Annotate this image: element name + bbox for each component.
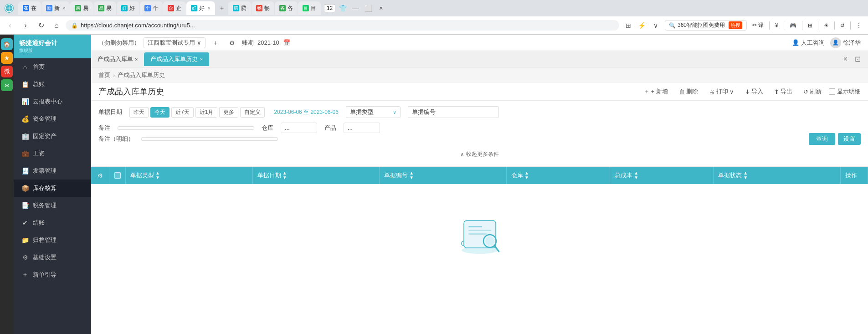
import-button[interactable]: ⬇ 导入 xyxy=(741,86,767,98)
refresh-button[interactable]: ↺ 刷新 xyxy=(800,86,825,98)
user-service-button[interactable]: 👤 人工咨询 xyxy=(792,39,825,47)
th-num[interactable]: 单据编号 ▲▼ xyxy=(380,167,507,184)
tab-list[interactable]: 产成品入库单 × xyxy=(91,52,144,66)
tab-list-close[interactable]: × xyxy=(135,57,138,62)
browser-tab-2[interactable]: 新 新 × xyxy=(41,1,70,15)
sidebar-item-reports[interactable]: 📊 云报表中心 xyxy=(14,93,91,110)
browser-tab-3[interactable]: 易 易 xyxy=(70,1,93,15)
settings-button[interactable]: 设置 xyxy=(838,133,861,145)
sidebar-item-payroll[interactable]: 💼 工资 xyxy=(14,145,91,162)
calendar-icon[interactable]: 📅 xyxy=(283,39,290,46)
query-button[interactable]: 查询 xyxy=(809,133,835,145)
username: 徐泽华 xyxy=(843,39,861,47)
th-checkbox[interactable] xyxy=(109,167,126,184)
sidebar-item-inventory[interactable]: 📦 库存核算 xyxy=(14,180,91,197)
tab-history-close[interactable]: × xyxy=(200,57,202,62)
warehouse-select[interactable]: ... xyxy=(281,123,317,133)
company-settings-icon[interactable]: ⚙ xyxy=(226,36,238,49)
export-icon: ⬆ xyxy=(774,88,779,95)
user-avatar[interactable]: 👤 徐泽华 xyxy=(830,37,861,48)
more-tool[interactable]: ⋮ xyxy=(853,21,864,30)
browser-tab-4[interactable]: 易 易 xyxy=(93,1,116,15)
forward-button[interactable]: › xyxy=(19,19,32,32)
date-btn-custom[interactable]: 自定义 xyxy=(240,107,265,118)
sidebar-item-settings[interactable]: ⚙ 基础设置 xyxy=(14,249,91,266)
show-detail-checkbox[interactable] xyxy=(829,88,835,95)
print-button[interactable]: 🖨 打印 ∨ xyxy=(705,86,738,98)
app-icon-mail[interactable]: ✉ xyxy=(1,79,13,91)
home-button[interactable]: ⌂ xyxy=(50,19,63,32)
collapse-button[interactable]: ∧ 收起更多条件 xyxy=(460,148,499,161)
export-button[interactable]: ⬆ 导出 xyxy=(770,86,796,98)
tab-count[interactable]: 12 xyxy=(324,4,335,12)
grid-tool[interactable]: ⊞ xyxy=(805,21,815,30)
browser-tab-12[interactable]: 目 目 xyxy=(298,1,321,15)
date-btn-today[interactable]: 今天 xyxy=(150,107,169,118)
th-type[interactable]: 单据类型 ▲▼ xyxy=(126,167,253,184)
date-btn-7days[interactable]: 近7天 xyxy=(171,107,194,118)
minimize-button[interactable]: — xyxy=(349,2,362,15)
game-tool[interactable]: 🎮 xyxy=(787,21,799,30)
browser-tab-8[interactable]: 好 好 × xyxy=(186,1,215,15)
sidebar-item-checkout[interactable]: ✔ 结账 xyxy=(14,214,91,231)
header-checkbox[interactable] xyxy=(114,172,121,179)
panel-close-button[interactable]: × xyxy=(840,55,851,63)
app-icon-weibo[interactable]: 微 xyxy=(1,66,13,77)
sidebar-item-ledger[interactable]: 📋 总账 xyxy=(14,76,91,93)
detail-remark-input[interactable] xyxy=(141,137,278,141)
remark-input[interactable] xyxy=(118,126,254,130)
th-date[interactable]: 单据日期 ▲▼ xyxy=(253,167,380,184)
address-input[interactable]: 🔒 https://cloud.chanjet.com/accounting/u… xyxy=(66,20,619,31)
sidebar-item-archive[interactable]: 📁 归档管理 xyxy=(14,231,91,249)
th-status-label: 单据状态 xyxy=(718,171,742,180)
app-icon-star[interactable]: ★ xyxy=(1,52,13,64)
app-icon-home[interactable]: 🏠 xyxy=(1,38,13,50)
sidebar-item-funds[interactable]: 💰 资金管理 xyxy=(14,110,91,128)
chevron-down-icon[interactable]: ∨ xyxy=(649,19,662,32)
panel-expand-button[interactable]: ⊡ xyxy=(851,55,864,63)
tab-history[interactable]: 产成品入库单历史 × xyxy=(144,52,209,66)
refresh-button[interactable]: ↻ xyxy=(35,19,47,32)
browser-tab-6[interactable]: 个 个 xyxy=(140,1,163,15)
browser-tab-9[interactable]: 腾 腾 xyxy=(228,1,251,15)
new-button[interactable]: ＋ + 新增 xyxy=(640,86,672,98)
sidebar-item-new[interactable]: ＋ 新单引导 xyxy=(14,266,91,283)
lightning-icon[interactable]: ⚡ xyxy=(636,19,648,32)
type-select[interactable]: 单据类型 ∨ xyxy=(346,106,401,118)
new-tab-button[interactable]: ＋ xyxy=(216,2,228,15)
th-settings[interactable]: ⚙ xyxy=(91,167,109,184)
refresh-tool[interactable]: ↺ xyxy=(837,21,847,30)
close-button[interactable]: × xyxy=(375,2,387,15)
back-button[interactable]: ‹ xyxy=(4,19,16,32)
hot-tag: 热搜 xyxy=(729,21,742,29)
date-btn-1month[interactable]: 近1月 xyxy=(195,107,218,118)
yuan-tool[interactable]: ¥ xyxy=(772,21,781,30)
browser-tab-11[interactable]: 各 各 xyxy=(275,1,298,15)
sidebar-item-tax[interactable]: 📑 税务管理 xyxy=(14,197,91,214)
product-select[interactable]: ... xyxy=(344,123,380,133)
breadcrumb-home[interactable]: 首页 xyxy=(98,71,110,79)
browser-tab-1[interactable]: 在 在 xyxy=(18,1,41,15)
date-btn-yesterday[interactable]: 昨天 xyxy=(129,107,149,118)
browser-tab-7[interactable]: 企 企 xyxy=(163,1,186,15)
search-bar-360[interactable]: 🔍 360智能抠图免费用 热搜 xyxy=(665,20,747,31)
browser-tab-10[interactable]: 畅 畅 xyxy=(252,1,274,15)
company-select[interactable]: 江西腺宝测试专用 ∨ xyxy=(144,37,205,48)
grid-icon[interactable]: ⊞ xyxy=(622,19,635,32)
th-warehouse[interactable]: 仓库 ▲▼ xyxy=(507,167,610,184)
shirt-icon[interactable]: 👕 xyxy=(336,2,349,15)
delete-button[interactable]: 🗑 删除 xyxy=(675,86,702,98)
restore-button[interactable]: ⬜ xyxy=(362,2,375,15)
sidebar-item-home[interactable]: ⌂ 首页 xyxy=(14,58,91,76)
tab-close-8[interactable]: × xyxy=(207,5,210,11)
th-status[interactable]: 单据状态 ▲▼ xyxy=(714,167,841,184)
brightness-tool[interactable]: ☀ xyxy=(821,21,832,30)
date-btn-more[interactable]: 更多 xyxy=(219,107,238,118)
sidebar-item-invoice[interactable]: 🧾 发票管理 xyxy=(14,162,91,180)
add-company-button[interactable]: + xyxy=(209,36,222,49)
num-input[interactable]: 单据编号 xyxy=(408,106,499,118)
browser-tab-5[interactable]: 好 好 xyxy=(117,1,139,15)
sidebar-item-fixed[interactable]: 🏢 固定资产 xyxy=(14,128,91,145)
scissors-tool[interactable]: ✂ 译 xyxy=(750,21,766,30)
th-cost[interactable]: 总成本 ▲▼ xyxy=(610,167,714,184)
